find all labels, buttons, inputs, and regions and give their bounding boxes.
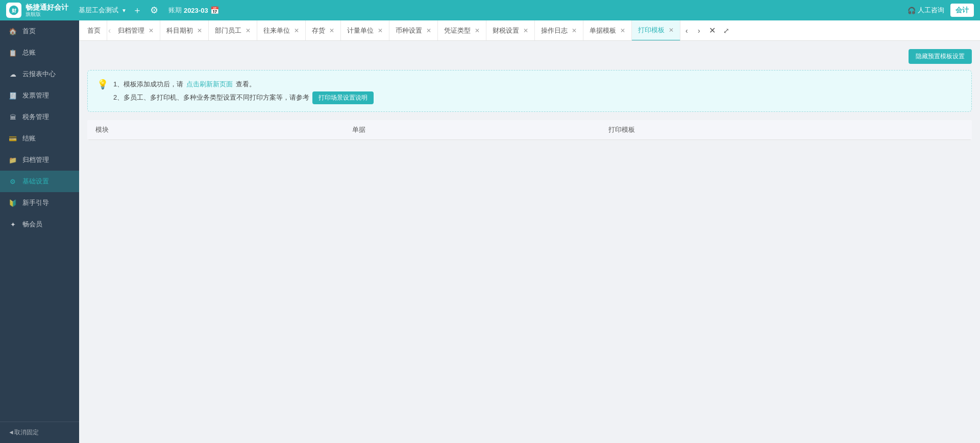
- tab-voucher-close[interactable]: ✕: [475, 27, 480, 34]
- vip-icon: ✦: [8, 220, 17, 229]
- sidebar-unpin-btn[interactable]: ◄取消固定: [0, 422, 79, 443]
- refresh-link[interactable]: 点击刷新新页面: [186, 78, 233, 91]
- tab-bar: 首页 ‹ 归档管理 ✕ 科目期初 ✕ 部门员工 ✕ 往来单位 ✕: [79, 20, 980, 41]
- notice-text: 1、模板添加成功后，请点击刷新新页面查看。 2、多员工、多打印机、多种业务类型设…: [113, 78, 374, 104]
- sidebar-label-guide: 新手引导: [22, 198, 49, 207]
- page-content: 隐藏预置模板设置 💡 1、模板添加成功后，请点击刷新新页面查看。 2、多员工、多…: [79, 41, 980, 443]
- col-document: 单据: [344, 120, 601, 140]
- tab-currency-label: 币种设置: [396, 26, 422, 35]
- company-selector[interactable]: 基层工会测试 ▼: [79, 6, 127, 15]
- logo-main-text: 畅捷通好会计: [26, 3, 68, 12]
- tab-partner-close[interactable]: ✕: [294, 27, 299, 34]
- tab-dept-employee[interactable]: 部门员工 ✕: [209, 20, 257, 41]
- tab-unit[interactable]: 计量单位 ✕: [341, 20, 389, 41]
- tab-home-label: 首页: [87, 26, 101, 35]
- tab-tax-close[interactable]: ✕: [523, 27, 528, 34]
- top-actions: ＋ ⚙: [131, 2, 160, 18]
- sidebar-item-invoice[interactable]: 🧾 发票管理: [0, 85, 79, 106]
- kuaiji-button[interactable]: 会计: [950, 4, 974, 17]
- invoice-icon: 🧾: [8, 91, 17, 100]
- sidebar-item-guide[interactable]: 🔰 新手引导: [0, 192, 79, 214]
- top-right: 🎧 人工咨询 会计: [908, 4, 974, 17]
- ledger-icon: 📋: [8, 48, 17, 57]
- tab-voucher-type[interactable]: 凭证类型 ✕: [438, 20, 486, 41]
- notice-content: 💡 1、模板添加成功后，请点击刷新新页面查看。 2、多员工、多打印机、多种业务类…: [97, 78, 962, 104]
- archive-icon: 📁: [8, 155, 17, 165]
- logo-sub-text: 旗舰版: [26, 11, 68, 17]
- tab-partner[interactable]: 往来单位 ✕: [257, 20, 306, 41]
- main-area: 🏠 首页 📋 总账 ☁ 云报表中心 🧾 发票管理 🏛 税务管理 💳 结账: [0, 20, 980, 443]
- sidebar-item-tax[interactable]: 🏛 税务管理: [0, 106, 79, 128]
- checkout-icon: 💳: [8, 134, 17, 143]
- tab-next-btn[interactable]: ›: [693, 20, 705, 41]
- customer-service-label: 人工咨询: [918, 6, 944, 15]
- tab-subject-period[interactable]: 科目期初 ✕: [160, 20, 209, 41]
- tab-close-all-btn[interactable]: ✕: [705, 20, 719, 41]
- tab-archive-label: 归档管理: [118, 26, 144, 35]
- lightbulb-icon: 💡: [97, 79, 108, 104]
- sidebar-label-vip: 畅会员: [22, 220, 42, 229]
- customer-service-btn[interactable]: 🎧 人工咨询: [908, 6, 944, 15]
- tab-home[interactable]: 首页: [81, 20, 107, 41]
- notice-line2-prefix: 2、多员工、多打印机、多种业务类型设置不同打印方案等，请参考: [113, 91, 309, 104]
- tab-oplog-close[interactable]: ✕: [572, 27, 577, 34]
- tab-tax-setting[interactable]: 财税设置 ✕: [486, 20, 535, 41]
- sidebar-label-settings: 基础设置: [22, 177, 49, 186]
- table-header-row: 模块 单据 打印模板: [87, 120, 972, 140]
- tab-print-close[interactable]: ✕: [669, 27, 674, 34]
- tab-single-template[interactable]: 单据模板 ✕: [583, 20, 632, 41]
- col-module: 模块: [87, 120, 344, 140]
- tab-unit-label: 计量单位: [347, 26, 374, 35]
- print-template-table: 模块 单据 打印模板: [87, 120, 972, 140]
- sidebar-label-invoice: 发票管理: [22, 91, 49, 100]
- tab-inventory[interactable]: 存货 ✕: [306, 20, 341, 41]
- tab-print-label: 打印模板: [638, 26, 665, 35]
- hide-template-button[interactable]: 隐藏预置模板设置: [909, 49, 972, 64]
- top-bar: 财 畅捷通好会计 旗舰版 基层工会测试 ▼ ＋ ⚙ 账期 2023-03 📅 🎧…: [0, 0, 980, 20]
- logo-icon: 财: [6, 3, 21, 18]
- svg-text:财: 财: [11, 8, 17, 13]
- tab-dept-close[interactable]: ✕: [246, 27, 251, 34]
- headset-icon: 🎧: [908, 7, 916, 14]
- chevron-down-icon: ▼: [121, 8, 127, 13]
- tab-archive-mgmt[interactable]: 归档管理 ✕: [112, 20, 160, 41]
- tab-subject-close[interactable]: ✕: [197, 27, 202, 34]
- logo-text: 畅捷通好会计 旗舰版: [26, 3, 68, 18]
- logo-area: 财 畅捷通好会计 旗舰版: [6, 3, 68, 18]
- sidebar-item-archive[interactable]: 📁 归档管理: [0, 149, 79, 171]
- tab-prev-btn[interactable]: ‹: [680, 20, 693, 41]
- add-tab-button[interactable]: ＋: [131, 2, 144, 18]
- tab-currency[interactable]: 币种设置 ✕: [389, 20, 438, 41]
- period-value: 2023-03: [184, 7, 208, 14]
- notice-line1-suffix: 查看。: [236, 78, 256, 91]
- tax-icon: 🏛: [8, 112, 17, 122]
- tab-inventory-close[interactable]: ✕: [329, 27, 334, 34]
- sidebar-label-home: 首页: [22, 27, 36, 36]
- sidebar-item-checkout[interactable]: 💳 结账: [0, 128, 79, 149]
- notice-line-2: 2、多员工、多打印机、多种业务类型设置不同打印方案等，请参考 打印场景设置说明: [113, 91, 374, 104]
- explain-button[interactable]: 打印场景设置说明: [312, 91, 374, 104]
- sidebar-item-reports[interactable]: ☁ 云报表中心: [0, 63, 79, 85]
- period-info: 账期 2023-03 📅: [168, 6, 219, 15]
- tab-divider: ‹: [107, 26, 112, 35]
- tab-expand-btn[interactable]: ⤢: [719, 20, 733, 41]
- tab-single-close[interactable]: ✕: [620, 27, 625, 34]
- period-label: 账期: [168, 6, 182, 15]
- sidebar-item-vip[interactable]: ✦ 畅会员: [0, 214, 79, 235]
- tab-print-template[interactable]: 打印模板 ✕: [632, 20, 680, 41]
- sidebar-item-ledger[interactable]: 📋 总账: [0, 42, 79, 63]
- tab-unit-close[interactable]: ✕: [378, 27, 383, 34]
- settings-button[interactable]: ⚙: [148, 3, 160, 18]
- tab-operation-log[interactable]: 操作日志 ✕: [535, 20, 583, 41]
- company-name: 基层工会测试: [79, 6, 118, 15]
- unpin-label: ◄取消固定: [8, 428, 39, 437]
- tab-single-label: 单据模板: [590, 26, 616, 35]
- sidebar-item-settings[interactable]: ⚙ 基础设置: [0, 171, 79, 192]
- sidebar-item-home[interactable]: 🏠 首页: [0, 20, 79, 42]
- settings-sidebar-icon: ⚙: [8, 177, 17, 186]
- sidebar-label-tax: 税务管理: [22, 112, 49, 122]
- tab-currency-close[interactable]: ✕: [426, 27, 431, 34]
- calendar-icon[interactable]: 📅: [210, 6, 219, 14]
- tab-archive-close[interactable]: ✕: [149, 27, 154, 34]
- tab-partner-label: 往来单位: [263, 26, 290, 35]
